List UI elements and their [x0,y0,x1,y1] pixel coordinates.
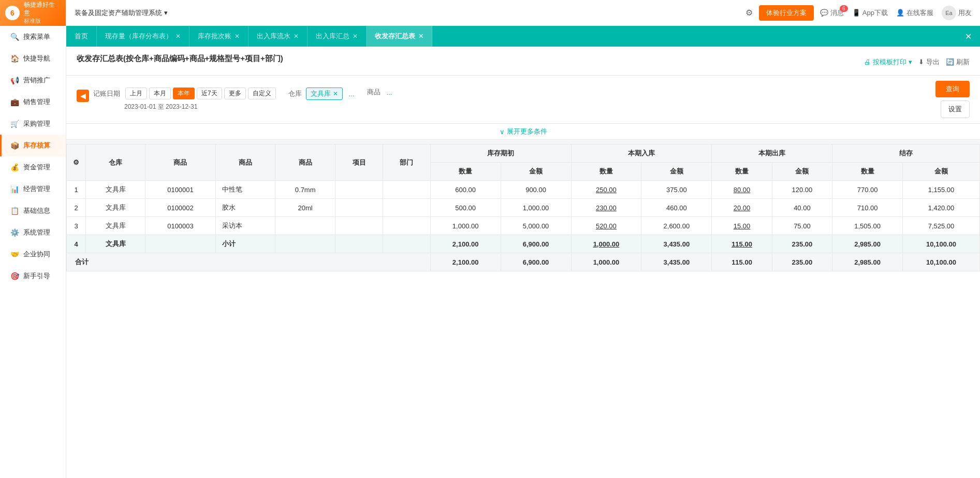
sidebar-item-system[interactable]: ⚙️系统管理 [0,222,66,243]
col-settings-header[interactable]: ⚙ [67,144,86,181]
col-dept-header: 部门 [383,144,431,181]
print-btn[interactable]: 🖨 按模板打印 ▾ [864,57,912,67]
row-in-qty: 250.00 [571,181,641,199]
date-range: 2023-01-01 至 2023-12-31 [93,103,276,111]
date-btn-自定义[interactable]: 自定义 [248,88,276,99]
try-btn[interactable]: 体验行业方案 [759,5,814,21]
sidebar-nav: 🔍搜索菜单🏠快捷导航📢营销推广💼销售管理🛒采购管理📦库存核算💰资金管理📊经营管理… [0,26,66,478]
sidebar-item-enterprise[interactable]: 🤝企业协同 [0,243,66,265]
tab-inventory-distribution[interactable]: 现存量（库存分布表） ✕ [97,26,189,47]
filter-collapse-btn[interactable]: ◀ [77,90,89,102]
sidebar-item-basic-info[interactable]: 📋基础信息 [0,200,66,222]
row-index: 2 [67,199,86,217]
date-options: 上月本月本年近7天更多自定义 [125,88,276,99]
filter-right: 查询 设置 [935,81,970,118]
col-in-header: 本期入库 [571,144,712,163]
product-more-btn[interactable]: ... [387,89,392,96]
col-open-header: 库存期初 [430,144,571,163]
sidebar-item-guide[interactable]: 🎯新手引导 [0,265,66,287]
sidebar-label-system: 系统管理 [23,228,50,237]
sidebar-item-inventory[interactable]: 📦库存核算 [0,135,66,156]
expand-more-btn[interactable]: ∨ 展开更多条件 [500,127,547,136]
tab-label-inventory-distribution: 现存量（库存分布表） [105,32,172,41]
sidebar-header: 6 畅捷通好生意 标准版 [0,0,66,26]
row-name: 中性笔 [215,181,275,199]
row-spec: 20ml [275,199,335,217]
row-in-qty: 1,000.00 [571,235,641,253]
row-project [335,181,383,199]
tab-inout-flow[interactable]: 出入库流水 ✕ [248,26,308,47]
sidebar-label-finance: 资金管理 [23,163,50,172]
warehouse-tag[interactable]: 文具库 ✕ [306,88,343,100]
row-warehouse: 文具库 [86,199,145,217]
row-in-amt: 3,435.00 [641,235,712,253]
row-open-qty: 600.00 [430,181,501,199]
row-index: 4 [67,235,86,253]
sidebar-label-quick-nav: 快捷导航 [23,54,50,63]
row-out-amt: 235.00 [772,235,832,253]
tab-close-inout-summary[interactable]: ✕ [353,33,358,40]
sidebar-label-marketing: 营销推广 [23,76,50,85]
sidebar-item-sales[interactable]: 💼销售管理 [0,91,66,113]
sales-icon: 💼 [10,98,19,106]
row-in-amt: 375.00 [641,181,712,199]
table-row: 3文具库0100003采访本1,000.005,000.00520.002,60… [67,217,980,235]
row-dept [383,217,431,235]
warehouse-more-btn[interactable]: ... [349,90,355,98]
row-close-amt: 1,155.00 [903,181,980,199]
app-download-action[interactable]: 📱 App下载 [852,8,888,18]
app-title: 畅捷通好生意 标准版 [24,1,61,24]
sidebar-item-finance[interactable]: 💰资金管理 [0,156,66,178]
sidebar-item-operations[interactable]: 📊经营管理 [0,178,66,200]
chevron-down-icon: ∨ [500,128,505,136]
tab-batch-ledger[interactable]: 库存批次账 ✕ [189,26,248,47]
date-btn-上月[interactable]: 上月 [125,88,147,99]
row-warehouse: 文具库 [86,217,145,235]
tab-close-inventory-distribution[interactable]: ✕ [175,33,181,40]
row-code: 0100002 [145,199,216,217]
gear-icon[interactable]: ⚙ [745,8,753,18]
row-spec: 0.7mm [275,181,335,199]
refresh-btn[interactable]: 🔄 刷新 [946,57,970,67]
settings-btn[interactable]: 设置 [941,100,970,118]
date-btn-更多[interactable]: 更多 [224,88,246,99]
system-selector[interactable]: 装备及固定资产辅助管理系统 ▾ [75,8,739,18]
sidebar-item-purchase[interactable]: 🛒采购管理 [0,113,66,135]
tab-home[interactable]: 首页 [66,26,97,47]
tab-close-batch-ledger[interactable]: ✕ [235,33,240,40]
close-all-tabs[interactable]: ✕ [957,32,980,41]
sidebar-item-marketing[interactable]: 📢营销推广 [0,69,66,91]
row-out-qty: 20.00 [712,199,772,217]
messages-action[interactable]: 💬 消息 6 [820,8,844,18]
date-btn-近7天[interactable]: 近7天 [197,88,222,99]
row-in-amt: 460.00 [641,199,712,217]
warehouse-remove-icon[interactable]: ✕ [333,90,338,97]
row-in-qty: 520.00 [571,217,641,235]
row-open-qty: 500.00 [430,199,501,217]
filter-left: ◀ 记账日期 上月本月本年近7天更多自定义 2023-01-01 至 2023-… [77,88,923,111]
row-project [335,199,383,217]
tab-collect-summary[interactable]: 收发存汇总表 ✕ [367,26,432,47]
print-icon: 🖨 [864,58,871,66]
sidebar-item-search[interactable]: 🔍搜索菜单 [0,26,66,48]
close-qty-header: 数量 [832,163,903,181]
page-title: 收发存汇总表(按仓库+商品编码+商品+规格型号+项目+部门) [77,54,283,64]
date-btn-本月[interactable]: 本月 [149,88,171,99]
user-action[interactable]: Ea 用友 [942,6,972,20]
export-btn[interactable]: ⬇ 导出 [918,57,940,67]
query-btn[interactable]: 查询 [935,81,970,97]
row-warehouse: 文具库 [86,235,145,253]
row-open-amt: 5,000.00 [501,217,571,235]
tab-close-collect-summary[interactable]: ✕ [418,33,423,40]
sidebar-item-quick-nav[interactable]: 🏠快捷导航 [0,48,66,69]
tab-close-inout-flow[interactable]: ✕ [294,33,299,40]
online-service-action[interactable]: 👤 在线客服 [896,8,933,18]
row-open-qty: 1,000.00 [430,217,501,235]
row-close-amt: 10,100.00 [903,235,980,253]
tab-label-batch-ledger: 库存批次账 [198,32,231,41]
date-btn-本年[interactable]: 本年 [173,88,195,99]
footer-in-amt: 3,435.00 [641,253,712,271]
tab-inout-summary[interactable]: 出入库汇总 ✕ [308,26,367,47]
col-close-header: 结存 [832,144,980,163]
tab-label-inout-summary: 出入库汇总 [316,32,349,41]
